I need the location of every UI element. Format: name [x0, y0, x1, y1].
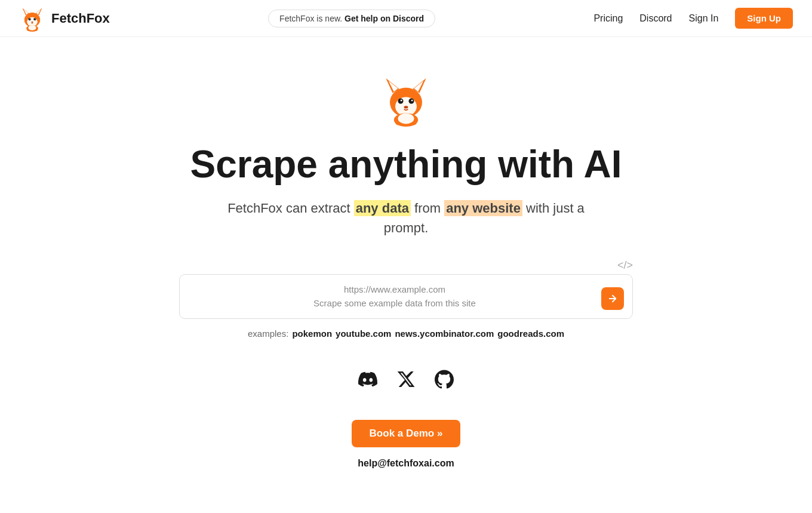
badge-prefix: FetchFox is new.	[279, 14, 342, 23]
svg-point-22	[409, 99, 414, 104]
svg-point-7	[33, 17, 36, 20]
nav-center-badge: FetchFox is new. Get help on Discord	[268, 10, 435, 27]
hero-section: Scrape anything with AI FetchFox can ext…	[0, 37, 812, 511]
pricing-link[interactable]: Pricing	[593, 13, 623, 24]
scrape-input-box: https://www.example.com Scrape some exam…	[179, 274, 633, 319]
examples-label: examples:	[248, 328, 288, 339]
book-demo-button[interactable]: Book a Demo »	[352, 420, 461, 447]
discord-social-icon[interactable]	[357, 368, 379, 390]
brand-name: FetchFox	[51, 11, 110, 26]
navbar: FetchFox FetchFox is new. Get help on Di…	[0, 0, 812, 37]
new-badge: FetchFox is new. Get help on Discord	[268, 10, 435, 27]
x-twitter-social-icon[interactable]	[395, 368, 417, 390]
subtitle-between: from	[411, 201, 444, 216]
submit-button[interactable]	[601, 287, 624, 310]
svg-point-21	[398, 99, 404, 104]
examples-row: examples: pokemon youtube.com news.ycomb…	[248, 328, 564, 339]
signin-link[interactable]: Sign In	[689, 13, 719, 24]
svg-point-25	[404, 106, 408, 109]
code-icon-row: </>	[179, 259, 633, 272]
nav-brand-area: FetchFox	[19, 5, 110, 32]
url-input[interactable]: https://www.example.com	[190, 284, 599, 294]
svg-point-24	[411, 100, 413, 102]
nav-right-links: Pricing Discord Sign In Sign Up	[593, 8, 793, 29]
hero-logo-icon	[379, 73, 433, 127]
highlight-any-data: any data	[354, 200, 411, 216]
code-icon[interactable]: </>	[617, 259, 633, 272]
svg-point-6	[28, 17, 30, 20]
subtitle-before: FetchFox can extract	[227, 201, 354, 216]
svg-point-14	[28, 25, 36, 30]
contact-email: help@fetchfoxai.com	[358, 458, 454, 469]
social-icons-row	[357, 368, 455, 390]
example-youtube[interactable]: youtube.com	[336, 328, 391, 339]
svg-point-8	[29, 18, 30, 19]
signup-button[interactable]: Sign Up	[735, 8, 793, 29]
svg-point-23	[401, 100, 402, 102]
svg-point-9	[35, 18, 35, 19]
svg-point-29	[398, 113, 414, 124]
highlight-any-website: any website	[444, 200, 522, 216]
github-social-icon[interactable]	[433, 368, 455, 390]
svg-point-10	[31, 21, 33, 22]
prompt-input[interactable]: Scrape some example data from this site	[313, 298, 476, 308]
example-goodreads[interactable]: goodreads.com	[497, 328, 564, 339]
hero-subtitle: FetchFox can extract any data from any w…	[221, 198, 591, 238]
badge-link[interactable]: Get help on Discord	[345, 14, 424, 23]
arrow-right-icon	[607, 293, 618, 304]
example-pokemon[interactable]: pokemon	[292, 328, 332, 339]
hero-title: Scrape anything with AI	[190, 143, 622, 185]
example-ycombinator[interactable]: news.ycombinator.com	[395, 328, 494, 339]
discord-link[interactable]: Discord	[639, 13, 672, 24]
fetchfox-logo-icon	[19, 5, 45, 32]
